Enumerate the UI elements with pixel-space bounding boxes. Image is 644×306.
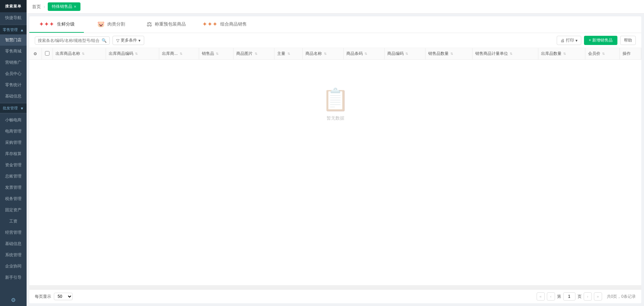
empty-state: 📋 暂无数据 <box>29 60 641 149</box>
th-unit[interactable]: 销售商品计量单位 ⇅ <box>472 48 538 60</box>
th-gear[interactable]: ⚙ <box>29 48 42 60</box>
th-member-price[interactable]: 会员价 ⇅ <box>585 48 619 60</box>
sidebar-item-quick-nav[interactable]: 快捷导航 <box>0 12 27 24</box>
tab-scale-prepacked[interactable]: ⚖ 称重预包装商品 <box>138 16 194 33</box>
page-number-label: 第 <box>557 294 561 300</box>
search-input-wrapper: 🔍 <box>35 36 110 45</box>
sidebar-item-retail-stats[interactable]: 零售统计 <box>0 79 27 91</box>
select-all-checkbox[interactable] <box>45 51 49 56</box>
tab-fresh-grading[interactable]: ✦✦✦ 生鲜分级 <box>29 16 84 33</box>
sidebar-item-basic-info[interactable]: 基础信息 <box>0 238 27 249</box>
th-image[interactable]: 商品图片 ⇅ <box>234 48 274 60</box>
filter-button[interactable]: ▽ 更多条件 ▾ <box>113 36 144 45</box>
th-outbound-qty[interactable]: 出库品数量 ⇅ <box>538 48 585 60</box>
sort-icon-barcode: ⇅ <box>364 52 367 56</box>
next-page-button[interactable]: › <box>584 292 592 301</box>
th-outbound-code[interactable]: 出库商品编码 ⇅ <box>106 48 159 60</box>
sidebar-item-member[interactable]: 会员中心 <box>0 68 27 79</box>
pagination-right: « ‹ 第 页 › » 共0页，0条记录 <box>537 292 636 301</box>
th-main-qty[interactable]: 主量 ⇅ <box>274 48 303 60</box>
sidebar-item-inventory[interactable]: 库存核算 <box>0 148 27 159</box>
th-outbound-type[interactable]: 出库商... ⇅ <box>159 48 199 60</box>
sidebar-item-ecommerce-small[interactable]: 小畅电商 <box>0 114 27 126</box>
pagination-bar: 每页显示 50 100 200 « ‹ 第 页 › » 共0页，0条记录 <box>29 289 641 303</box>
tab-fresh-icon: ✦✦✦ <box>39 20 54 28</box>
tab-combo-label: 组合商品销售 <box>220 21 247 27</box>
last-page-button[interactable]: » <box>594 292 602 301</box>
sidebar-item-fixed-assets[interactable]: 固定资产 <box>0 204 27 216</box>
breadcrumb-current-tab[interactable]: 特殊销售品 ✕ <box>48 2 80 11</box>
sidebar-item-guide[interactable]: 新手引导 <box>0 272 27 283</box>
print-icon: 🖨 <box>560 38 565 43</box>
main-content: 首页 › 特殊销售品 ✕ ✦✦✦ 生鲜分级 🐷 肉类分割 ⚖ 称重预包装商品 ✦… <box>27 0 644 306</box>
pagination-left: 每页显示 50 100 200 <box>35 293 73 300</box>
sidebar-item-smart-store[interactable]: 智慧门店 <box>0 34 27 46</box>
horizontal-scrollbar[interactable] <box>29 285 641 289</box>
sidebar-logo[interactable]: 搜索菜单 <box>0 0 27 12</box>
sidebar-item-basic-info-retail[interactable]: 基础信息 <box>0 91 27 102</box>
tab-meat-cutting[interactable]: 🐷 肉类分割 <box>84 16 138 33</box>
page-input[interactable] <box>563 292 575 301</box>
sidebar-item-marketing[interactable]: 营销推广 <box>0 57 27 68</box>
sidebar: 搜索菜单 快捷导航 零售管理 ▲ 智慧门店 零售商城 营销推广 会员中心 零售统… <box>0 0 27 306</box>
sidebar-section-retail[interactable]: 零售管理 ▲ <box>0 25 27 34</box>
sort-icon-outbound-qty: ⇅ <box>563 52 566 56</box>
tab-scale-icon: ⚖ <box>147 20 152 28</box>
help-button[interactable]: 帮助 <box>620 36 636 45</box>
tab-scale-label: 称重预包装商品 <box>155 21 186 27</box>
empty-illustration: 📋 <box>322 87 349 112</box>
th-barcode[interactable]: 商品条码 ⇅ <box>344 48 385 60</box>
sort-icon-outbound-type: ⇅ <box>180 52 182 56</box>
sort-icon-sale-product: ⇅ <box>216 52 219 56</box>
search-input[interactable] <box>38 38 100 43</box>
sidebar-item-ledger[interactable]: 总账管理 <box>0 171 27 182</box>
sidebar-item-purchase[interactable]: 采购管理 <box>0 137 27 148</box>
breadcrumb-separator: › <box>44 4 45 9</box>
th-product-code[interactable]: 商品编码 ⇅ <box>384 48 425 60</box>
th-sale-product[interactable]: 销售品 ⇅ <box>199 48 234 60</box>
tab-meat-icon: 🐷 <box>97 20 105 28</box>
sort-icon-unit: ⇅ <box>510 52 512 56</box>
sidebar-item-salary[interactable]: 工资 <box>0 216 27 227</box>
print-button[interactable]: 🖨 打印 ▾ <box>557 36 581 45</box>
tab-combo-sales[interactable]: ✦✦✦ 组合商品销售 <box>194 16 255 33</box>
tab-fresh-label: 生鲜分级 <box>57 21 75 27</box>
sort-icon-product-code: ⇅ <box>405 52 408 56</box>
sidebar-item-invoice[interactable]: 发票管理 <box>0 182 27 193</box>
sidebar-item-operations[interactable]: 经营管理 <box>0 227 27 238</box>
filter-icon: ▽ <box>116 38 119 43</box>
divider-3 <box>0 113 27 114</box>
sort-icon-outbound-code: ⇅ <box>135 52 138 56</box>
sidebar-item-enterprise[interactable]: 企业协同 <box>0 261 27 272</box>
top-bar: 首页 › 特殊销售品 ✕ <box>27 0 644 14</box>
data-table: ⚙ 出库商品名称 ⇅ 出库商品编码 ⇅ 出库商... ⇅ <box>29 48 641 60</box>
tabs-row: ✦✦✦ 生鲜分级 🐷 肉类分割 ⚖ 称重预包装商品 ✦✦✦ 组合商品销售 <box>29 16 641 33</box>
prev-page-button[interactable]: ‹ <box>547 292 555 301</box>
sort-icon-main-qty: ⇅ <box>287 52 290 56</box>
search-icon[interactable]: 🔍 <box>102 38 107 43</box>
sort-icon-product-name: ⇅ <box>324 52 327 56</box>
th-sale-qty[interactable]: 销售品数量 ⇅ <box>425 48 472 60</box>
sidebar-item-system[interactable]: 系统管理 <box>0 249 27 261</box>
sidebar-section-batch[interactable]: 批发管理 ▼ <box>0 104 27 113</box>
first-page-button[interactable]: « <box>537 292 545 301</box>
toolbar: 🔍 ▽ 更多条件 ▾ 🖨 打印 ▾ + 新增销售品 帮助 <box>29 33 641 48</box>
print-chevron-icon: ▾ <box>575 38 578 43</box>
table-container: ⚙ 出库商品名称 ⇅ 出库商品编码 ⇅ 出库商... ⇅ <box>29 48 641 285</box>
th-product-name[interactable]: 商品名称 ⇅ <box>303 48 344 60</box>
gear-icon[interactable]: ⚙ <box>0 294 27 306</box>
filter-chevron-icon: ▾ <box>138 38 140 43</box>
th-checkbox[interactable] <box>42 48 53 60</box>
add-button[interactable]: + 新增销售品 <box>584 36 617 45</box>
tab-close-icon[interactable]: ✕ <box>74 5 76 9</box>
sidebar-item-ecommerce-mgmt[interactable]: 电商管理 <box>0 126 27 137</box>
sidebar-item-retail-mall[interactable]: 零售商城 <box>0 46 27 57</box>
per-page-select[interactable]: 50 100 200 <box>54 293 73 300</box>
breadcrumb-home[interactable]: 首页 <box>32 4 41 10</box>
sidebar-item-tax[interactable]: 税务管理 <box>0 193 27 204</box>
sidebar-item-finance[interactable]: 资金管理 <box>0 159 27 171</box>
toolbar-right: 🖨 打印 ▾ + 新增销售品 帮助 <box>557 36 636 45</box>
divider-1 <box>0 24 27 25</box>
th-outbound-name[interactable]: 出库商品名称 ⇅ <box>53 48 106 60</box>
th-action: 操作 <box>620 48 641 60</box>
